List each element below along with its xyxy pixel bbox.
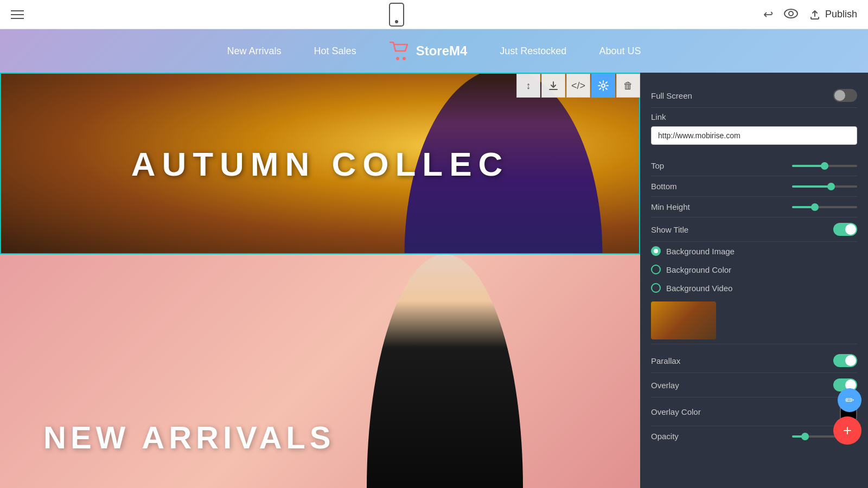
overlay-color-row: Overlay Color [651,397,857,426]
publish-label: Publish [825,9,857,20]
section-delete-button[interactable]: 🗑 [616,74,640,98]
top-label: Top [651,161,664,170]
bottom-slider-fill [792,185,831,188]
top-slider-thumb[interactable] [821,162,828,170]
fab-add-button[interactable]: + [833,416,861,445]
toolbar-center [389,3,404,27]
divider-1 [651,344,857,344]
section-code-button[interactable]: </> [566,74,590,98]
min-height-slider-thumb[interactable] [811,203,819,211]
bottom-slider-track[interactable] [792,185,857,188]
nav-logo: StoreM4 [389,41,468,61]
svg-point-4 [602,84,605,87]
opacity-row: Opacity [651,426,857,446]
bg-image-radio[interactable] [651,246,661,256]
bg-color-label: Background Color [666,265,731,274]
full-screen-label: Full Screen [651,91,692,100]
bottom-row: Bottom [651,176,857,197]
overlay-color-label: Overlay Color [651,407,701,416]
phone-preview-icon[interactable] [389,3,404,27]
logo-text: StoreM4 [416,43,468,59]
min-height-label: Min Height [651,202,690,211]
top-slider-track[interactable] [792,165,857,167]
fab-edit-button[interactable]: ✏ [838,388,861,412]
hero-background: AUTUMN COLLEC [1,74,639,253]
overlay-label: Overlay [651,381,679,390]
top-slider-container [664,165,857,167]
show-title-row: Show Title [651,217,857,242]
overlay-row: Overlay [651,373,857,397]
opacity-label: Opacity [651,432,679,441]
link-row: Link [651,108,857,156]
navbar: New Arrivals Hot Sales StoreM4 Just Rest… [0,29,868,73]
bottom-label: Bottom [651,182,677,191]
parallax-label: Parallax [651,356,680,365]
bottom-slider-thumb[interactable] [827,183,835,190]
undo-icon[interactable]: ↩ [763,8,773,22]
hero-section: AUTUMN COLLEC [0,73,640,254]
opacity-slider-thumb[interactable] [801,433,809,440]
show-title-toggle[interactable] [833,223,857,236]
nav-link-just-restocked[interactable]: Just Restocked [500,46,566,57]
bg-video-radio[interactable] [651,283,661,293]
min-height-slider-container [690,206,857,208]
svg-point-0 [784,9,797,18]
bg-image-preview[interactable] [651,301,716,339]
arrivals-section: NEW ARRIVALS [0,254,640,488]
bg-video-row: Background Video [651,279,857,297]
min-height-row: Min Height [651,197,857,217]
full-screen-row: Full Screen [651,84,857,108]
bg-video-label: Background Video [666,284,732,293]
parallax-row: Parallax [651,349,857,373]
show-title-label: Show Title [651,225,688,234]
section-download-button[interactable] [541,74,565,98]
arrivals-background: NEW ARRIVALS [0,254,640,488]
bg-color-radio[interactable] [651,265,661,274]
toolbar-right: ↩ Publish [763,8,857,22]
top-row: Top [651,156,857,176]
link-input[interactable] [651,126,857,145]
toolbar: ↩ Publish [0,0,868,29]
bottom-slider-container [677,185,857,188]
section-settings-button[interactable] [591,74,615,98]
nav-link-hot-sales[interactable]: Hot Sales [314,46,356,57]
opacity-slider-container [679,435,857,438]
arrivals-title: NEW ARRIVALS [43,419,335,455]
link-label: Link [651,112,666,121]
svg-point-3 [403,57,406,60]
top-slider-fill [792,165,825,167]
svg-point-1 [789,11,793,16]
preview-icon[interactable] [784,8,798,22]
publish-button[interactable]: Publish [809,9,857,21]
nav-link-about-us[interactable]: About US [599,46,641,57]
arrivals-figure-person [358,254,532,488]
toolbar-left [11,5,30,24]
parallax-toggle[interactable] [833,354,857,367]
bg-image-label: Background Image [666,247,735,256]
hero-title: AUTUMN COLLEC [131,144,509,183]
hamburger-menu[interactable] [11,5,30,24]
bg-image-row: Background Image [651,242,857,260]
min-height-slider-track[interactable] [792,206,857,208]
bg-color-row: Background Color [651,260,857,279]
svg-point-2 [396,57,399,60]
full-screen-toggle[interactable] [833,89,857,102]
nav-link-new-arrivals[interactable]: New Arrivals [227,46,282,57]
section-toolbar: ↕ </> 🗑 [516,73,640,99]
section-sort-button[interactable]: ↕ [516,74,540,98]
